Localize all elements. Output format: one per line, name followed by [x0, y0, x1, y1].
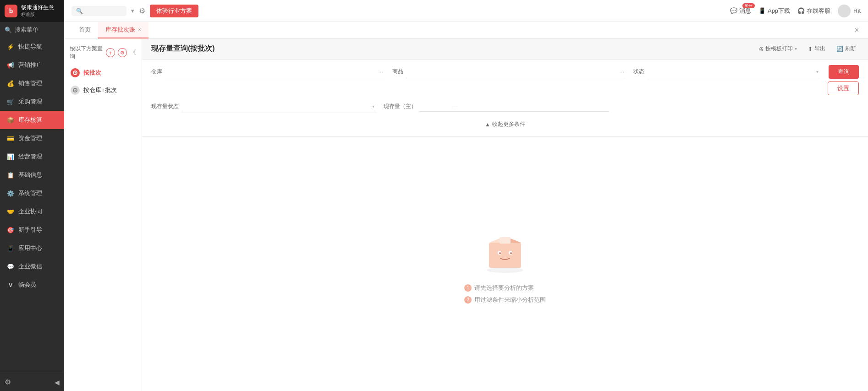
sidebar-item-shortcut[interactable]: ⚡ 快捷导航 [0, 38, 64, 56]
sidebar-item-system[interactable]: ⚙️ 系统管理 [0, 184, 64, 202]
sidebar-item-finance[interactable]: 💳 资金管理 [0, 129, 64, 147]
goods-input[interactable] [408, 66, 619, 76]
warehouse-input[interactable] [167, 66, 378, 76]
sidebar-item-label: 企业协同 [18, 207, 42, 216]
sidebar-item-purchase[interactable]: 🛒 采购管理 [0, 92, 64, 111]
messages-action[interactable]: 💬 消息 99+ [730, 7, 751, 15]
refresh-btn[interactable]: 🔄 刷新 [834, 43, 859, 54]
collapse-panel-icon[interactable]: 《 [130, 49, 136, 57]
tip-text-2: 用过滤条件来缩小分析范围 [474, 296, 546, 304]
topbar-search[interactable]: 🔍 [71, 6, 126, 16]
add-scheme-btn[interactable]: + [106, 48, 115, 57]
page-title: 现存量查询(按批次) [151, 44, 215, 54]
print-dropdown-icon[interactable]: ▾ [795, 46, 797, 51]
inventory-icon: 📦 [6, 116, 15, 124]
inventory-status-input-area[interactable]: ▾ [181, 100, 376, 113]
sidebar-item-sales[interactable]: 💰 销售管理 [0, 74, 64, 92]
tabbar: 首页 库存批次账 × × [64, 22, 868, 38]
tab-inventory-batch[interactable]: 库存批次账 × [98, 22, 148, 38]
sidebar-item-wechat[interactable]: 💬 企业微信 [0, 257, 64, 276]
status-input[interactable] [649, 66, 816, 76]
sidebar-item-operations[interactable]: 📊 经营管理 [0, 147, 64, 166]
qty-to-input[interactable] [461, 103, 488, 109]
refresh-icon: 🔄 [836, 46, 843, 52]
collapse-sidebar-icon[interactable]: ◀ [55, 379, 60, 386]
left-panel-title: 按以下方案查询 [70, 45, 106, 60]
batch-icon [71, 68, 80, 77]
settings-scheme-btn[interactable]: ⚙ [118, 48, 127, 57]
search-btn[interactable]: 查询 [829, 65, 859, 79]
sidebar-item-apps[interactable]: 📱 应用中心 [0, 239, 64, 257]
scheme-item-batch[interactable]: 按批次 [64, 64, 142, 81]
settings-icon[interactable]: ⚙ [5, 378, 11, 386]
sidebar-item-marketing[interactable]: 📢 营销推广 [0, 56, 64, 74]
app-download-action[interactable]: 📱 App下载 [758, 7, 790, 15]
enterprise-icon: 🤝 [6, 207, 15, 216]
tabbar-close-all-btn[interactable]: × [853, 24, 861, 36]
set-btn[interactable]: 设置 [828, 81, 859, 95]
online-service-action[interactable]: 🎧 在线客服 [797, 7, 830, 15]
sales-icon: 💰 [6, 79, 15, 87]
experience-btn[interactable]: 体验行业方案 [150, 5, 198, 17]
export-btn[interactable]: ⬆ 导出 [805, 43, 828, 54]
sidebar-item-vip[interactable]: V 畅会员 [0, 276, 64, 294]
topbar-settings-icon[interactable]: ⚙ [139, 6, 145, 15]
apps-icon: 📱 [6, 244, 15, 252]
scheme-item-warehouse-batch[interactable]: 按仓库+批次 [64, 81, 142, 99]
user-action[interactable]: Rit [838, 5, 861, 17]
tab-close-icon[interactable]: × [138, 27, 141, 33]
warehouse-input-area[interactable]: ··· [165, 65, 385, 78]
user-avatar [838, 5, 851, 17]
tip-num-1: 1 [464, 284, 472, 292]
warehouse-more-btn[interactable]: ··· [378, 68, 383, 75]
tab-home[interactable]: 首页 [71, 22, 98, 38]
goods-more-btn[interactable]: ··· [619, 68, 624, 75]
status-input-area[interactable]: ▾ [647, 65, 820, 78]
empty-illustration [478, 224, 533, 275]
sidebar-item-enterprise[interactable]: 🤝 企业协同 [0, 202, 64, 221]
topbar-dropdown-icon[interactable]: ▾ [131, 7, 134, 14]
online-service-label: 在线客服 [807, 7, 830, 15]
print-btn[interactable]: 🖨 按模板打印 ▾ [755, 43, 800, 54]
export-icon: ⬆ [808, 46, 813, 52]
warehouse-filter: 仓库 ··· [151, 65, 385, 78]
finance-icon: 💳 [6, 134, 15, 142]
qty-from-input[interactable] [421, 103, 449, 109]
search-icon: 🔍 [5, 27, 12, 33]
main-content: 1 请先选择要分析的方案 2 用过滤条件来缩小分析范围 [142, 137, 868, 391]
sidebar-footer: ⚙ ◀ [0, 373, 64, 391]
newbie-icon: 🎯 [6, 226, 15, 234]
topbar-search-icon: 🔍 [76, 8, 83, 14]
left-panel-actions: + ⚙ 《 [106, 48, 136, 57]
user-name: Rit [853, 7, 861, 14]
sidebar-item-label: 基础信息 [18, 171, 42, 179]
sidebar-item-inventory[interactable]: 📦 库存核算 [0, 111, 64, 129]
messages-icon: 💬 [730, 7, 737, 14]
filter-area: 仓库 ··· 商品 ··· 状态 [142, 60, 868, 137]
status-dropdown-icon[interactable]: ▾ [816, 69, 819, 74]
inventory-status-dropdown-icon[interactable]: ▾ [372, 104, 374, 109]
qty-separator: — [451, 103, 458, 110]
warehouse-label: 仓库 [151, 68, 162, 76]
right-content: 现存量查询(按批次) 🖨 按模板打印 ▾ ⬆ 导出 🔄 刷新 [142, 38, 868, 391]
batch-label: 按批次 [83, 69, 101, 77]
sidebar-item-label: 企业微信 [18, 262, 42, 271]
sidebar-item-label: 库存核算 [18, 116, 42, 124]
collapse-filter-btn[interactable]: ▲ 收起更多条件 [151, 118, 859, 131]
sidebar-search[interactable]: 🔍 搜索菜单 [0, 22, 64, 38]
app-info: 畅康通好生意 标准版 [21, 4, 54, 18]
goods-input-area[interactable]: ··· [406, 65, 626, 78]
filter-row-2: 现存量状态 ▾ 现存量（主） — [151, 100, 859, 113]
sidebar-item-newbie[interactable]: 🎯 新手引导 [0, 221, 64, 239]
status-label: 状态 [633, 68, 644, 76]
content-area: 按以下方案查询 + ⚙ 《 按批次 按仓库+批次 [64, 38, 868, 391]
search-label: 搜索菜单 [15, 26, 38, 34]
empty-tip-1: 1 请先选择要分析的方案 [464, 284, 546, 292]
inventory-status-input[interactable] [183, 101, 372, 111]
left-panel: 按以下方案查询 + ⚙ 《 按批次 按仓库+批次 [64, 38, 142, 391]
vip-icon: V [6, 281, 15, 289]
topbar-actions: 💬 消息 99+ 📱 App下载 🎧 在线客服 Rit [730, 5, 861, 17]
chevron-up-icon: ▲ [485, 121, 490, 128]
sidebar-item-basic[interactable]: 📋 基础信息 [0, 166, 64, 184]
headset-icon: 🎧 [797, 7, 805, 14]
